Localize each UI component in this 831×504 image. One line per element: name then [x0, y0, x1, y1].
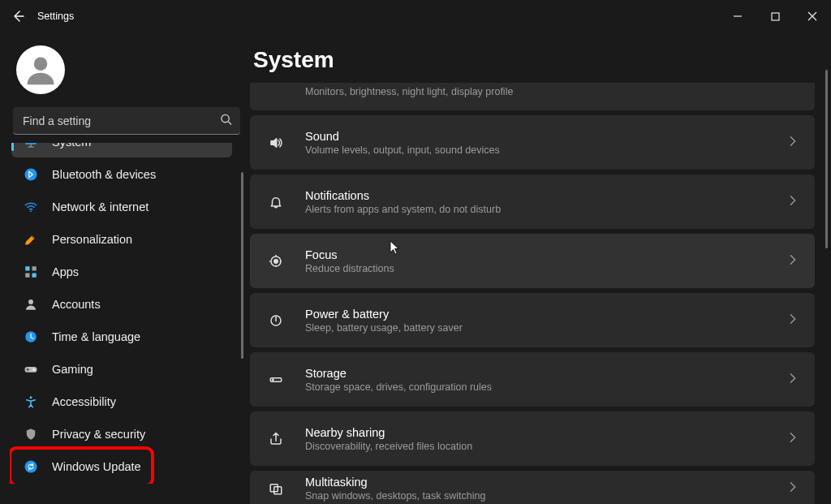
shield-icon: [23, 426, 39, 442]
svg-point-1: [34, 57, 48, 71]
sidebar-item-label: Gaming: [52, 363, 93, 376]
settings-item-title: Nearby sharing: [305, 426, 787, 439]
svg-rect-9: [32, 274, 37, 278]
settings-item-subtitle: Volume levels, output, input, sound devi…: [305, 144, 787, 156]
storage-icon: [266, 373, 286, 387]
sidebar-item-accounts[interactable]: Accounts: [11, 289, 232, 320]
share-icon: [266, 432, 286, 446]
settings-item-text: SoundVolume levels, output, input, sound…: [305, 130, 787, 156]
main-scrollbar-thumb[interactable]: [825, 70, 828, 248]
sidebar-item-label: Bluetooth & devices: [52, 168, 156, 181]
settings-item-title: Power & battery: [305, 308, 787, 321]
svg-point-4: [25, 169, 37, 181]
sidebar-item-apps[interactable]: Apps: [11, 256, 232, 287]
multitask-icon: [266, 481, 286, 496]
settings-item-text: Nearby sharingDiscoverability, received …: [305, 426, 787, 452]
settings-item-notifications[interactable]: NotificationsAlerts from apps and system…: [250, 174, 815, 229]
settings-item-chevron: [787, 373, 799, 387]
maximize-button[interactable]: [756, 0, 794, 32]
svg-point-14: [30, 396, 32, 398]
sidebar-item-label: Privacy & security: [52, 428, 145, 441]
page-title: System: [253, 47, 815, 73]
settings-item-chevron: [787, 195, 799, 209]
svg-rect-8: [25, 274, 29, 278]
sidebar-item-time-language[interactable]: Time & language: [11, 321, 232, 352]
settings-item-text: Power & batterySleep, battery usage, bat…: [305, 308, 787, 334]
focus-icon: [266, 254, 286, 269]
titlebar: Settings: [0, 0, 831, 32]
sidebar-item-bluetooth-devices[interactable]: Bluetooth & devices: [11, 159, 232, 190]
sidebar-item-accessibility[interactable]: Accessibility: [11, 386, 232, 417]
sidebar-item-personalization[interactable]: Personalization: [11, 224, 232, 255]
maximize-icon: [771, 12, 780, 21]
accessibility-icon: [23, 394, 39, 410]
settings-item-title: Sound: [305, 130, 787, 143]
sidebar-item-label: Personalization: [52, 233, 132, 246]
chevron-right-icon: [787, 373, 799, 384]
sidebar-item-label: Windows Update: [52, 460, 141, 473]
brush-icon: [23, 231, 39, 248]
chevron-right-icon: [787, 481, 799, 493]
sidebar-item-label: Accounts: [52, 298, 101, 311]
chevron-right-icon: [787, 432, 799, 443]
close-icon: [807, 11, 817, 21]
sidebar-item-label: Network & internet: [52, 200, 149, 213]
settings-item-multitasking[interactable]: MultitaskingSnap windows, desktops, task…: [250, 471, 815, 504]
sidebar-item-label: Time & language: [52, 330, 140, 343]
main-scrollbar-track: [825, 70, 828, 499]
settings-item-chevron: [787, 136, 799, 150]
user-row[interactable]: [10, 41, 243, 107]
settings-item-nearby-sharing[interactable]: Nearby sharingDiscoverability, received …: [250, 411, 815, 466]
avatar: [16, 45, 65, 94]
close-button[interactable]: [794, 0, 831, 32]
settings-item-text: MultitaskingSnap windows, desktops, task…: [305, 476, 787, 502]
settings-item-chevron: [787, 313, 799, 328]
settings-item-subtitle: Storage space, drives, configuration rul…: [305, 381, 787, 393]
settings-item-title: Storage: [305, 367, 787, 380]
svg-point-5: [30, 210, 32, 212]
svg-rect-7: [32, 266, 37, 270]
sidebar-item-privacy-security[interactable]: Privacy & security: [11, 419, 232, 450]
settings-item-power-battery[interactable]: Power & batterySleep, battery usage, bat…: [250, 293, 815, 347]
settings-item-text: StorageStorage space, drives, configurat…: [305, 367, 787, 393]
bluetooth-icon: [23, 166, 39, 183]
main: System Monitors, brightness, night light…: [243, 32, 831, 504]
settings-item-storage[interactable]: StorageStorage space, drives, configurat…: [250, 352, 815, 407]
sidebar-item-system[interactable]: System: [11, 143, 232, 157]
settings-item-text: NotificationsAlerts from apps and system…: [305, 189, 787, 215]
update-icon: [23, 459, 39, 475]
settings-item-chevron: [787, 254, 799, 269]
search-input[interactable]: [13, 107, 240, 135]
settings-item-subtitle: Sleep, battery usage, battery saver: [305, 322, 787, 334]
sidebar-item-label: System: [52, 143, 91, 149]
settings-item-sound[interactable]: SoundVolume levels, output, input, sound…: [250, 115, 815, 170]
chevron-right-icon: [787, 254, 799, 265]
power-icon: [266, 313, 286, 328]
minimize-button[interactable]: [719, 0, 756, 32]
settings-item-title: Focus: [305, 248, 787, 261]
sidebar: SystemBluetooth & devicesNetwork & inter…: [0, 32, 243, 504]
settings-item-title: Notifications: [305, 189, 787, 202]
sidebar-item-gaming[interactable]: Gaming: [11, 354, 232, 385]
back-button[interactable]: [11, 10, 24, 23]
settings-item-subtitle: Monitors, brightness, night light, displ…: [305, 86, 799, 97]
settings-item-display[interactable]: Monitors, brightness, night light, displ…: [250, 83, 815, 110]
sidebar-item-windows-update[interactable]: Windows Update: [11, 451, 232, 482]
nav-list[interactable]: SystemBluetooth & devicesNetwork & inter…: [10, 143, 243, 484]
svg-point-15: [25, 461, 37, 473]
settings-item-text: FocusReduce distractions: [305, 248, 787, 274]
sidebar-item-network-internet[interactable]: Network & internet: [11, 192, 232, 222]
settings-item-chevron: [787, 432, 799, 446]
settings-item-subtitle: Alerts from apps and system, do not dist…: [305, 204, 787, 215]
svg-point-13: [33, 368, 35, 370]
body: SystemBluetooth & devicesNetwork & inter…: [0, 32, 831, 504]
svg-point-20: [273, 379, 274, 381]
minimize-icon: [733, 11, 743, 21]
person-icon: [23, 296, 39, 312]
settings-item-focus[interactable]: FocusReduce distractions: [250, 234, 815, 288]
gamepad-icon: [23, 361, 39, 377]
sidebar-item-label: Apps: [52, 265, 79, 278]
settings-item-subtitle: Discoverability, received files location: [305, 441, 787, 452]
app-title: Settings: [37, 11, 74, 22]
window-controls: [719, 0, 831, 32]
